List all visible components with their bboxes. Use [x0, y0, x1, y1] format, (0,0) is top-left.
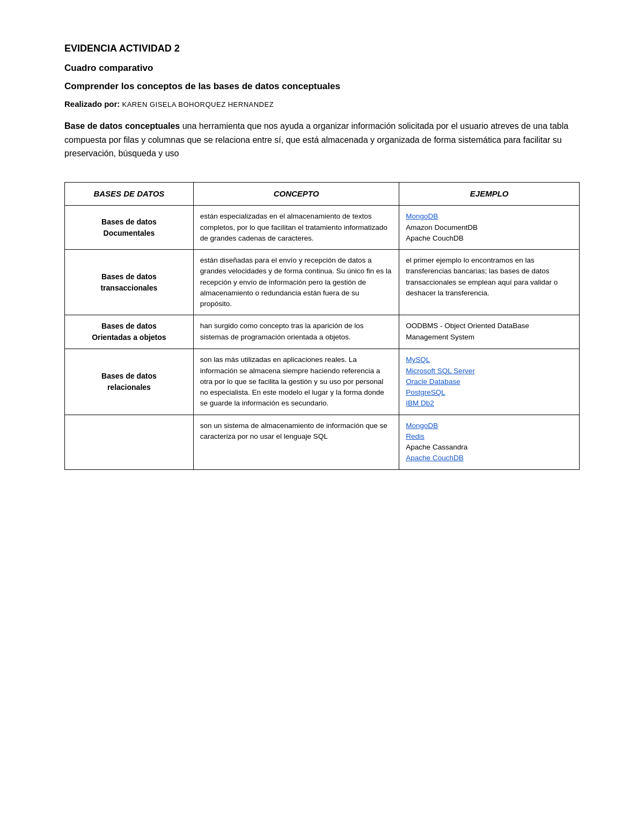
table-row: Bases de datosDocumentalesestán especial…: [65, 206, 580, 250]
subtitle: Comprender los conceptos de las bases de…: [64, 81, 580, 92]
ejemplo-text: Apache Cassandra: [406, 443, 467, 451]
ejemplo-cell: MySQLMicrosoft SQL ServerOracle Database…: [399, 349, 580, 415]
bases-cell: Bases de datosOrientadas a objetos: [65, 315, 194, 349]
bases-cell: [65, 415, 194, 469]
bases-label: Bases de datos: [71, 216, 187, 228]
ejemplo-link[interactable]: Apache CouchDB: [406, 454, 463, 462]
bases-label-2: Documentales: [71, 228, 187, 239]
bases-cell: Bases de datostransaccionales: [65, 250, 194, 315]
ejemplo-cell: MongoDBRedisApache CassandraApache Couch…: [399, 415, 580, 469]
bases-label-2: Orientadas a objetos: [71, 332, 187, 343]
col-header-ejemplo: EJEMPLO: [399, 182, 580, 206]
bases-cell: Bases de datosDocumentales: [65, 206, 194, 250]
bases-label: Bases de datos: [71, 271, 187, 282]
realizado-por-label: Realizado por:: [64, 99, 120, 108]
ejemplo-link[interactable]: IBM Db2: [406, 399, 434, 407]
ejemplo-text: Amazon DocumentDB: [406, 223, 478, 231]
page-title: EVIDENCIA ACTIVIDAD 2: [64, 43, 580, 54]
ejemplo-link[interactable]: Oracle Database: [406, 378, 460, 386]
concepto-cell: son las más utilizadas en aplicaciones r…: [193, 349, 399, 415]
table-row: Bases de datostransaccionalesestán diseñ…: [65, 250, 580, 315]
author-name: KAREN GISELA BOHORQUEZ HERNANDEZ: [122, 100, 274, 108]
ejemplo-link[interactable]: MongoDB: [406, 212, 438, 220]
ejemplo-cell: el primer ejemplo lo encontramos en las …: [399, 250, 580, 315]
concepto-cell: han surgido como concepto tras la aparic…: [193, 315, 399, 349]
ejemplo-cell: MongoDBAmazon DocumentDBApache CouchDB: [399, 206, 580, 250]
bases-label-2: relacionales: [71, 382, 187, 393]
author-line: Realizado por: KAREN GISELA BOHORQUEZ HE…: [64, 99, 580, 108]
ejemplo-link[interactable]: MongoDB: [406, 422, 438, 430]
concepto-cell: están diseñadas para el envío y recepció…: [193, 250, 399, 315]
ejemplo-cell: OODBMS - Object Oriented DataBase Manage…: [399, 315, 580, 349]
col-header-bases: BASES DE DATOS: [65, 182, 194, 206]
intro-paragraph: Base de datos conceptuales una herramien…: [64, 119, 580, 161]
bases-cell: Bases de datosrelacionales: [65, 349, 194, 415]
table-row: Bases de datosrelacionalesson las más ut…: [65, 349, 580, 415]
ejemplo-link[interactable]: Microsoft SQL Server: [406, 367, 475, 375]
section-title: Cuadro comparativo: [64, 63, 580, 74]
bases-label-2: transaccionales: [71, 282, 187, 294]
bases-label: Bases de datos: [71, 371, 187, 382]
intro-bold: Base de datos conceptuales: [64, 121, 180, 130]
table-row: Bases de datosOrientadas a objetoshan su…: [65, 315, 580, 349]
concepto-cell: están especializadas en el almacenamient…: [193, 206, 399, 250]
table-row: son un sistema de almacenamiento de info…: [65, 415, 580, 469]
ejemplo-link[interactable]: MySQL: [406, 356, 430, 364]
ejemplo-link[interactable]: PostgreSQL: [406, 388, 445, 396]
bases-label: Bases de datos: [71, 321, 187, 332]
col-header-concepto: CONCEPTO: [193, 182, 399, 206]
ejemplo-text: Apache CouchDB: [406, 234, 463, 242]
ejemplo-link[interactable]: Redis: [406, 432, 425, 440]
concepto-cell: son un sistema de almacenamiento de info…: [193, 415, 399, 469]
comparison-table: BASES DE DATOS CONCEPTO EJEMPLO Bases de…: [64, 182, 580, 470]
